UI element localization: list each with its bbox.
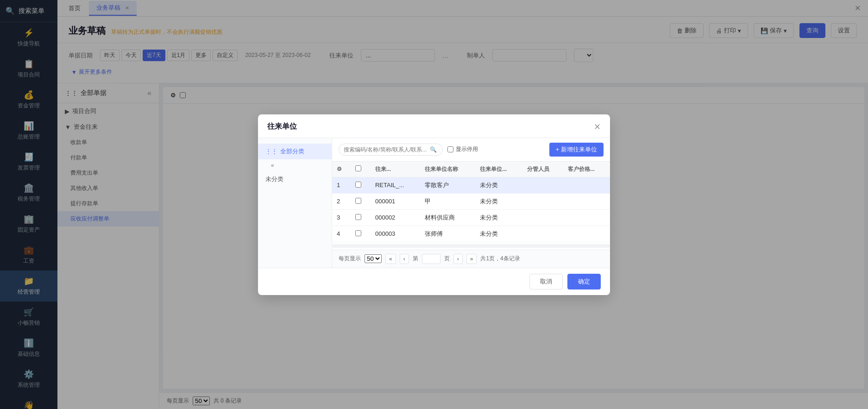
prev-page-button[interactable]: ‹	[400, 254, 409, 264]
next-page-button[interactable]: ›	[453, 254, 463, 264]
dialog-action-bar: 取消 确定	[258, 268, 610, 295]
th-type: 往来单位...	[475, 162, 522, 177]
row-checkbox[interactable]	[351, 226, 371, 242]
search-icon: 🔍	[430, 146, 437, 153]
row-code: 000001	[371, 193, 420, 209]
page-suffix: 页	[444, 255, 450, 263]
row-price-level	[563, 193, 610, 209]
first-page-button[interactable]: «	[385, 254, 396, 264]
row-name: 甲	[420, 193, 475, 209]
dialog-pagination-bar: 每页显示 50 « ‹ 第 1 页 › » 共1页，4条记录	[332, 250, 610, 268]
row-name: 张师傅	[420, 226, 475, 242]
row-type: 未分类	[475, 177, 522, 193]
partner-table: ⚙ 往来... 往来单位名称 往来单位... 分管人员 客户价格... 1	[332, 162, 610, 242]
cancel-button[interactable]: 取消	[529, 274, 563, 289]
row-code: 000003	[371, 226, 420, 242]
show-disabled-checkbox[interactable]: 显示停用	[447, 145, 478, 153]
row-name: 零散客户	[420, 177, 475, 193]
dialog-search-box: 🔍	[339, 144, 443, 156]
select-all-checkbox[interactable]	[355, 165, 361, 171]
row-name: 材料供应商	[420, 209, 475, 226]
table-row[interactable]: 4 000003 张师傅 未分类	[332, 226, 610, 242]
dialog-table-wrap: ⚙ 往来... 往来单位名称 往来单位... 分管人员 客户价格... 1	[332, 162, 610, 242]
row-checkbox[interactable]	[351, 209, 371, 226]
partner-dialog: 往来单位 ✕ ⋮⋮ 全部分类 « 未分类 🔍	[258, 114, 610, 295]
th-price-level: 客户价格...	[563, 162, 610, 177]
row-type: 未分类	[475, 209, 522, 226]
modal-overlay: 往来单位 ✕ ⋮⋮ 全部分类 « 未分类 🔍	[0, 0, 868, 409]
table-header-row: ⚙ 往来... 往来单位名称 往来单位... 分管人员 客户价格...	[332, 162, 610, 177]
dialog-toolbar: 🔍 显示停用 + 新增往来单位	[332, 138, 610, 162]
last-page-button[interactable]: »	[466, 254, 477, 264]
row-num: 4	[332, 226, 351, 242]
page-number-input[interactable]: 1	[422, 254, 440, 264]
dialog-close-button[interactable]: ✕	[594, 122, 601, 132]
row-salesperson	[522, 193, 563, 209]
category-unclassified[interactable]: 未分类	[258, 171, 332, 187]
row-salesperson	[522, 226, 563, 242]
row-salesperson	[522, 177, 563, 193]
table-row[interactable]: 1 RETAIL_... 零散客户 未分类	[332, 177, 610, 193]
show-disabled-input[interactable]	[447, 146, 453, 152]
row-price-level	[563, 177, 610, 193]
dialog-per-page-label: 每页显示	[339, 255, 361, 263]
row-code: 000002	[371, 209, 420, 226]
th-checkbox[interactable]	[351, 162, 371, 177]
grid-icon: ⋮⋮	[265, 148, 277, 155]
row-num: 3	[332, 209, 351, 226]
table-row[interactable]: 2 000001 甲 未分类	[332, 193, 610, 209]
dialog-categories: ⋮⋮ 全部分类 « 未分类	[258, 138, 332, 268]
row-code: RETAIL_...	[371, 177, 420, 193]
show-disabled-label: 显示停用	[456, 145, 478, 153]
dialog-body: ⋮⋮ 全部分类 « 未分类 🔍 显示停用	[258, 138, 610, 268]
th-name: 往来单位名称	[420, 162, 475, 177]
row-checkbox[interactable]	[351, 177, 371, 193]
category-unclassified-label: 未分类	[265, 175, 283, 183]
row-num: 1	[332, 177, 351, 193]
dialog-per-page-select[interactable]: 50	[365, 254, 382, 263]
total-label: 共1页，4条记录	[480, 255, 520, 263]
page-label: 第	[413, 255, 418, 263]
row-type: 未分类	[475, 193, 522, 209]
row-checkbox[interactable]	[351, 193, 371, 209]
th-code: 往来...	[371, 162, 420, 177]
dialog-title: 往来单位	[267, 122, 297, 132]
row-price-level	[563, 226, 610, 242]
row-salesperson	[522, 209, 563, 226]
table-row[interactable]: 3 000002 材料供应商 未分类	[332, 209, 610, 226]
category-collapse-btn[interactable]: «	[258, 159, 332, 171]
th-settings[interactable]: ⚙	[332, 162, 351, 177]
category-all[interactable]: ⋮⋮ 全部分类	[258, 144, 332, 159]
dialog-search-input[interactable]	[344, 146, 427, 153]
row-price-level	[563, 209, 610, 226]
confirm-button[interactable]: 确定	[567, 274, 601, 289]
category-all-label: 全部分类	[280, 147, 304, 156]
row-type: 未分类	[475, 226, 522, 242]
new-partner-button[interactable]: + 新增往来单位	[549, 143, 604, 157]
horizontal-scrollbar[interactable]	[332, 244, 610, 248]
dialog-header: 往来单位 ✕	[258, 114, 610, 138]
row-num: 2	[332, 193, 351, 209]
th-salesperson: 分管人员	[522, 162, 563, 177]
dialog-right-panel: 🔍 显示停用 + 新增往来单位 ⚙ 往来...	[332, 138, 610, 268]
